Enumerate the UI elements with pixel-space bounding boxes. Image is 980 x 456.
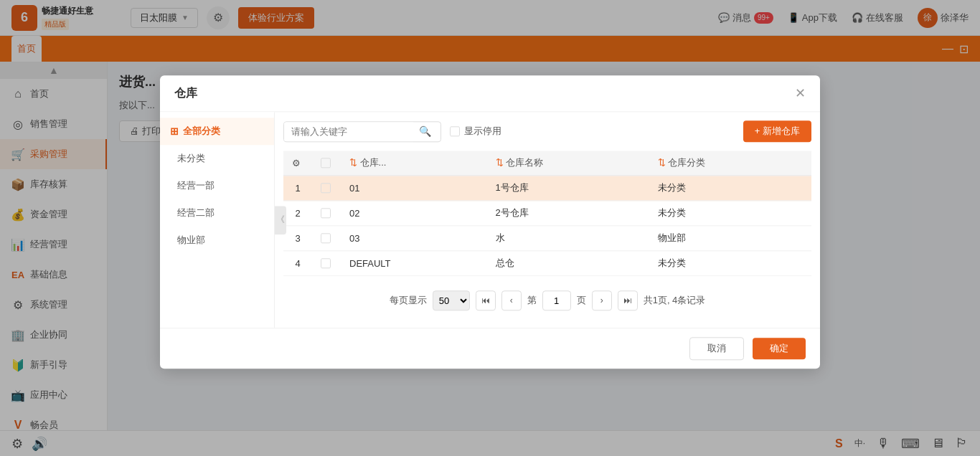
row-name-4: 总仓 xyxy=(487,251,649,276)
per-page-label: 每页显示 xyxy=(390,294,427,307)
dialog-sidebar: ⊞ 全部分类 未分类 经营一部 经营二部 物业部 《 xyxy=(160,112,275,328)
dialog-footer: 取消 确定 xyxy=(160,328,820,369)
dialog-body: ⊞ 全部分类 未分类 经营一部 经营二部 物业部 《 🔍 显示停用 xyxy=(160,112,820,328)
row-name-3: 水 xyxy=(487,226,649,251)
row-name-1: 1号仓库 xyxy=(487,176,649,201)
first-page-btn[interactable]: ⏮ xyxy=(476,290,496,310)
sidebar-collapse-handle[interactable]: 《 xyxy=(275,206,286,234)
dialog-main: 🔍 显示停用 + 新增仓库 ⚙ xyxy=(275,112,820,328)
th-name: ⇅ 仓库名称 xyxy=(487,151,649,176)
search-icon[interactable]: 🔍 xyxy=(413,125,437,137)
row-num-4: 4 xyxy=(283,251,312,276)
row-code-1: 01 xyxy=(341,176,487,201)
cancel-btn[interactable]: 取消 xyxy=(689,337,744,360)
th-category: ⇅ 仓库分类 xyxy=(649,151,811,176)
total-label: 共1页, 4条记录 xyxy=(644,294,706,307)
table-row[interactable]: 3 03 水 物业部 xyxy=(283,226,811,251)
search-bar: 🔍 显示停用 + 新增仓库 xyxy=(283,120,811,142)
table-body: 1 01 1号仓库 未分类 2 02 2号仓库 未分类 xyxy=(283,176,811,276)
table-wrapper: ⚙ ⇅ 仓库... ⇅ 仓库名称 xyxy=(283,151,811,276)
pagination: 每页显示 50 100 ⏮ ‹ 第 页 › ⏭ 共1页, 4条记录 xyxy=(283,282,811,319)
row-num-2: 2 xyxy=(283,201,312,226)
cat-item-operation1[interactable]: 经营一部 xyxy=(160,172,274,199)
row-name-2: 2号仓库 xyxy=(487,201,649,226)
row-checkbox-1[interactable] xyxy=(312,176,341,201)
confirm-btn[interactable]: 确定 xyxy=(753,338,806,359)
row-cat-4: 未分类 xyxy=(649,251,811,276)
table-row[interactable]: 4 DEFAULT 总仓 未分类 xyxy=(283,251,811,276)
cat-item-property[interactable]: 物业部 xyxy=(160,227,274,254)
row-checkbox-2[interactable] xyxy=(312,201,341,226)
category-header-label: 全部分类 xyxy=(183,125,220,138)
warehouse-dialog: 仓库 ✕ ⊞ 全部分类 未分类 经营一部 经营二部 物业部 《 🔍 xyxy=(160,75,820,369)
last-page-btn[interactable]: ⏭ xyxy=(618,290,638,310)
row-num-3: 3 xyxy=(283,226,312,251)
dialog-header: 仓库 ✕ xyxy=(160,75,820,112)
sort-icon-cat[interactable]: ⇅ xyxy=(658,157,666,168)
row-code-4: DEFAULT xyxy=(341,251,487,276)
sort-icon-name[interactable]: ⇅ xyxy=(496,157,504,168)
row-num-1: 1 xyxy=(283,176,312,201)
table-row[interactable]: 2 02 2号仓库 未分类 xyxy=(283,201,811,226)
search-input[interactable] xyxy=(284,122,413,141)
add-warehouse-btn[interactable]: + 新增仓库 xyxy=(743,120,811,142)
search-input-wrap: 🔍 xyxy=(283,121,441,142)
show-disabled-checkbox[interactable] xyxy=(450,126,460,136)
prev-page-btn[interactable]: ‹ xyxy=(501,290,522,310)
page-suffix: 页 xyxy=(577,294,586,307)
cat-item-unclassified[interactable]: 未分类 xyxy=(160,145,274,172)
select-all-checkbox[interactable] xyxy=(321,158,331,168)
row-code-3: 03 xyxy=(341,226,487,251)
per-page-select[interactable]: 50 100 xyxy=(433,290,470,310)
table-row[interactable]: 1 01 1号仓库 未分类 xyxy=(283,176,811,201)
settings-icon: ⚙ xyxy=(292,158,301,168)
row-cat-2: 未分类 xyxy=(649,201,811,226)
warehouse-table: ⚙ ⇅ 仓库... ⇅ 仓库名称 xyxy=(283,151,811,276)
th-checkbox xyxy=(312,151,341,176)
next-page-btn[interactable]: › xyxy=(592,290,612,310)
th-settings: ⚙ xyxy=(283,151,312,176)
row-checkbox-3[interactable] xyxy=(312,226,341,251)
row-cat-3: 物业部 xyxy=(649,226,811,251)
page-input[interactable] xyxy=(542,290,571,310)
page-label: 第 xyxy=(527,294,537,307)
dialog-close-btn[interactable]: ✕ xyxy=(795,85,806,101)
th-code: ⇅ 仓库... xyxy=(341,151,487,176)
table-header: ⚙ ⇅ 仓库... ⇅ 仓库名称 xyxy=(283,151,811,176)
show-disabled-label: 显示停用 xyxy=(464,125,501,138)
row-cat-1: 未分类 xyxy=(649,176,811,201)
row-checkbox-4[interactable] xyxy=(312,251,341,276)
cat-item-operation2[interactable]: 经营二部 xyxy=(160,199,274,227)
show-disabled-toggle[interactable]: 显示停用 xyxy=(450,125,501,138)
grid-icon: ⊞ xyxy=(170,125,179,137)
row-code-2: 02 xyxy=(341,201,487,226)
category-header[interactable]: ⊞ 全部分类 xyxy=(160,118,274,145)
dialog-title: 仓库 xyxy=(174,86,197,101)
sort-icon-code[interactable]: ⇅ xyxy=(349,157,357,168)
